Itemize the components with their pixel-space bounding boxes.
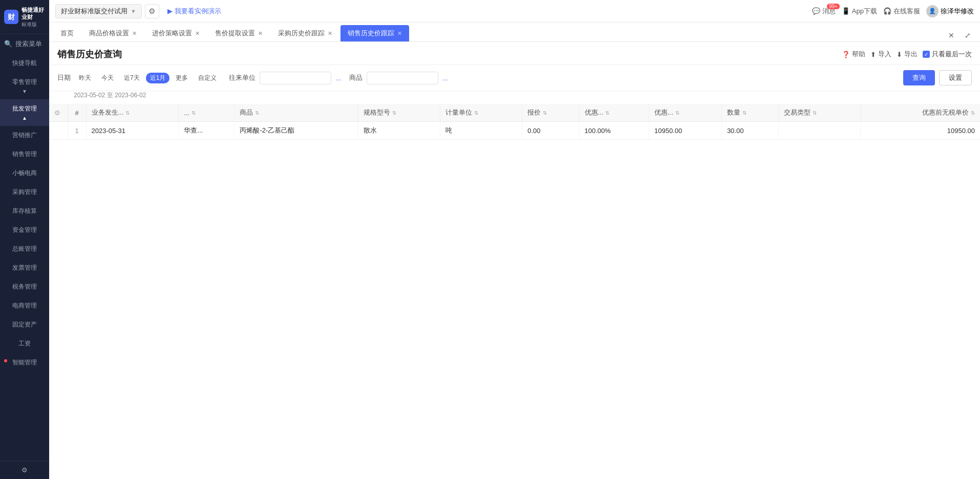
- app-download-btn[interactable]: 📱 App下载: [842, 7, 877, 16]
- gear-icon: ⚙: [148, 7, 155, 16]
- close-icon[interactable]: ✕: [132, 30, 137, 37]
- export-btn[interactable]: ⬇ 导出: [897, 50, 918, 59]
- sidebar-item-finance[interactable]: 资金管理: [0, 221, 49, 239]
- topbar-left: 好业财标准版交付试用 ▼ ⚙ ▶ 我要看实例演示: [55, 4, 808, 18]
- tabs-bar: 首页 商品价格设置 ✕ 进价策略设置 ✕ 售价提取设置 ✕ 采购历史价跟踪 ✕ …: [49, 23, 980, 42]
- sidebar-item-sales[interactable]: 销售管理: [0, 145, 49, 164]
- col-discount2[interactable]: 优惠... ⇅: [649, 104, 721, 122]
- filter-bar: 日期 昨天 今天 近7天 近1月 更多 自定义 往来单位 ... 商品 ...: [49, 65, 980, 91]
- date-btn-custom[interactable]: 自定义: [194, 73, 221, 83]
- sidebar: 财 畅捷通好业财 标准版 🔍 搜索菜单 快捷导航 零售管理 ▼ 批发管理 ▲ 营…: [0, 0, 49, 479]
- col-unit[interactable]: 计量单位 ⇅: [440, 104, 522, 122]
- tab-home[interactable]: 首页: [53, 25, 81, 41]
- date-btn-more[interactable]: 更多: [172, 73, 192, 83]
- page-title: 销售历史价查询: [57, 48, 122, 60]
- date-btn-yesterday[interactable]: 昨天: [75, 73, 95, 83]
- col-extra[interactable]: ... ⇅: [179, 104, 235, 122]
- data-table: ⚙ # 业务发生... ⇅ ...: [49, 104, 980, 140]
- sort-icon: ⇅: [543, 110, 547, 116]
- tab-goods-price[interactable]: 商品价格设置 ✕: [82, 25, 144, 41]
- query-btn[interactable]: 查询: [903, 70, 935, 85]
- sort-icon: ⇅: [125, 110, 130, 116]
- page-header: 销售历史价查询 ❓ 帮助 ⬆ 导入 ⬇ 导出 ✓ 只看最后一次: [49, 42, 980, 65]
- date-range-text: 2023-05-02 至 2023-06-02: [74, 91, 146, 100]
- sidebar-item-purchase[interactable]: 采购管理: [0, 183, 49, 202]
- col-biz-date[interactable]: 业务发生... ⇅: [86, 104, 179, 122]
- close-icon[interactable]: ✕: [397, 30, 402, 37]
- sort-icon: ⇅: [742, 110, 747, 116]
- sidebar-item-invoice[interactable]: 发票管理: [0, 258, 49, 277]
- partner-ellipsis-btn[interactable]: ...: [335, 74, 341, 82]
- app-name: 畅捷通好业财 标准版: [22, 6, 45, 28]
- message-btn[interactable]: 💬 消息 99+: [812, 7, 836, 16]
- col-goods[interactable]: 商品 ⇅: [235, 104, 358, 122]
- import-btn[interactable]: ⬆ 导入: [870, 50, 891, 59]
- partner-filter-group: 往来单位 ...: [229, 72, 341, 84]
- col-spec[interactable]: 规格型号 ⇅: [358, 104, 440, 122]
- sidebar-settings-btn[interactable]: ⚙: [0, 461, 49, 479]
- user-info[interactable]: 👤 徐泽华修改: [926, 5, 974, 17]
- app-logo: 财 畅捷通好业财 标准版: [0, 0, 49, 34]
- only-last-checkbox[interactable]: ✓ 只看最后一次: [923, 50, 972, 59]
- chevron-up-icon: ▲: [22, 115, 27, 121]
- tab-purchase-history[interactable]: 采购历史价跟踪 ✕: [271, 25, 339, 41]
- date-btn-7days[interactable]: 近7天: [120, 73, 144, 83]
- col-quantity[interactable]: 数量 ⇅: [721, 104, 778, 122]
- col-price[interactable]: 报价 ⇅: [522, 104, 579, 122]
- table-gear-icon[interactable]: ⚙: [54, 109, 60, 117]
- col-gear: ⚙: [49, 104, 68, 122]
- sidebar-item-smart[interactable]: 智能管理: [0, 353, 49, 372]
- sidebar-item-quick-nav[interactable]: 快捷导航: [0, 54, 49, 73]
- sidebar-item-payroll[interactable]: 工资: [0, 334, 49, 353]
- close-icon[interactable]: ✕: [195, 30, 200, 37]
- tab-purchase-strategy[interactable]: 进价策略设置 ✕: [145, 25, 207, 41]
- close-icon[interactable]: ✕: [258, 30, 263, 37]
- date-btn-1month[interactable]: 近1月: [146, 73, 170, 83]
- row-pretax-price-cell: 10950.00: [861, 122, 980, 140]
- mobile-icon: 📱: [842, 7, 850, 15]
- sidebar-item-retail[interactable]: 零售管理 ▼: [0, 73, 49, 99]
- help-btn[interactable]: ❓ 帮助: [842, 50, 865, 59]
- sort-icon: ⇅: [675, 110, 679, 116]
- demo-btn[interactable]: ▶ 我要看实例演示: [167, 7, 221, 16]
- online-service-btn[interactable]: 🎧 在线客服: [883, 7, 920, 16]
- page-actions: ❓ 帮助 ⬆ 导入 ⬇ 导出 ✓ 只看最后一次: [842, 50, 972, 59]
- goods-input[interactable]: [367, 72, 438, 84]
- search-menu-btn[interactable]: 🔍 搜索菜单: [0, 34, 49, 54]
- close-window-btn[interactable]: ✕: [945, 29, 957, 41]
- goods-filter-label: 商品: [349, 73, 363, 82]
- maximize-window-btn[interactable]: ⤢: [962, 29, 974, 41]
- date-range-row: 2023-05-02 至 2023-06-02: [49, 91, 980, 104]
- partner-filter-label: 往来单位: [229, 73, 255, 82]
- tab-sale-price-extract[interactable]: 售价提取设置 ✕: [208, 25, 270, 41]
- sidebar-item-ledger[interactable]: 总账管理: [0, 239, 49, 258]
- window-controls: ✕ ⤢: [945, 29, 976, 41]
- close-icon[interactable]: ✕: [328, 30, 332, 37]
- sidebar-item-ecommerce[interactable]: 电商管理: [0, 296, 49, 315]
- logo-icon: 财: [4, 10, 18, 24]
- row-unit-cell: 吨: [440, 122, 522, 140]
- settings-btn[interactable]: 设置: [939, 70, 972, 85]
- topbar-right: 💬 消息 99+ 📱 App下载 🎧 在线客服 👤 徐泽华修改: [812, 5, 974, 17]
- col-discount1[interactable]: 优惠... ⇅: [579, 104, 649, 122]
- row-num-cell: 1: [68, 122, 86, 140]
- sidebar-item-ecommerce-small[interactable]: 小畅电商: [0, 164, 49, 183]
- col-txn-type[interactable]: 交易类型 ⇅: [779, 104, 861, 122]
- message-icon: 💬: [812, 7, 820, 15]
- goods-ellipsis-btn[interactable]: ...: [442, 74, 448, 82]
- sidebar-item-assets[interactable]: 固定资产: [0, 315, 49, 334]
- sidebar-item-inventory[interactable]: 库存核算: [0, 202, 49, 221]
- goods-filter-group: 商品 ...: [349, 72, 448, 84]
- module-settings-btn[interactable]: ⚙: [145, 4, 159, 18]
- partner-input[interactable]: [260, 72, 331, 84]
- date-btn-today[interactable]: 今天: [97, 73, 118, 83]
- message-badge: 99+: [827, 4, 840, 9]
- sidebar-item-marketing[interactable]: 营销推广: [0, 126, 49, 145]
- col-pretax-price[interactable]: 优惠前无税单价 ⇅: [861, 104, 980, 122]
- module-selector[interactable]: 好业财标准版交付试用 ▼: [55, 4, 142, 18]
- help-icon: ❓: [842, 51, 850, 58]
- sidebar-item-wholesale[interactable]: 批发管理 ▲: [0, 99, 49, 126]
- checkbox-icon: ✓: [923, 51, 930, 58]
- sidebar-item-tax[interactable]: 税务管理: [0, 277, 49, 296]
- tab-sales-history[interactable]: 销售历史价跟踪 ✕: [340, 25, 409, 41]
